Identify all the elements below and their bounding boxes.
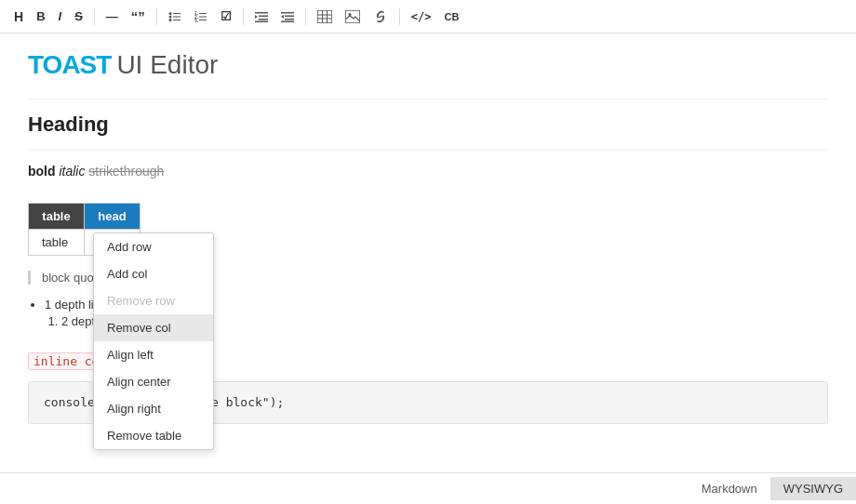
- logo-toast: TOAST: [28, 50, 111, 80]
- italic-btn[interactable]: I: [54, 7, 67, 26]
- codeblock-btn[interactable]: CB: [440, 8, 464, 25]
- svg-text:3.: 3.: [194, 18, 199, 23]
- ctx-remove-table[interactable]: Remove table: [94, 422, 213, 449]
- svg-rect-11: [199, 20, 207, 20]
- image-btn[interactable]: [341, 7, 365, 26]
- ctx-remove-col[interactable]: Remove col: [94, 314, 213, 341]
- outdent-btn[interactable]: [276, 7, 299, 26]
- logo-subtitle: UI Editor: [116, 50, 218, 80]
- svg-marker-16: [255, 15, 258, 19]
- svg-rect-13: [259, 15, 268, 17]
- ctx-remove-row: Remove row: [94, 287, 213, 314]
- svg-rect-5: [173, 20, 181, 20]
- italic-text: italic: [59, 164, 85, 179]
- bottom-bar: Markdown WYSIWYG: [0, 472, 856, 504]
- svg-line-29: [379, 16, 382, 18]
- link-btn[interactable]: [368, 7, 393, 26]
- svg-rect-14: [259, 19, 268, 20]
- context-menu: Add row Add col Remove row Remove col Al…: [93, 232, 214, 450]
- table-header-2[interactable]: head: [85, 204, 140, 230]
- bold-text: bold: [28, 164, 56, 179]
- separator-2: [28, 150, 828, 151]
- ctx-align-center[interactable]: Align center: [94, 368, 213, 395]
- heading-text: Heading: [28, 113, 828, 137]
- svg-point-4: [168, 19, 171, 21]
- separator-1: [28, 99, 828, 99]
- divider-3: [243, 8, 244, 25]
- table-cell-1[interactable]: table: [29, 230, 85, 256]
- svg-rect-1: [173, 13, 181, 14]
- svg-rect-12: [255, 12, 268, 14]
- bold-btn[interactable]: B: [32, 7, 49, 26]
- task-btn[interactable]: ☑: [216, 7, 236, 26]
- divider-2: [156, 8, 157, 25]
- svg-rect-7: [199, 13, 207, 14]
- code-btn[interactable]: </>: [407, 7, 436, 26]
- svg-marker-21: [281, 15, 284, 19]
- indent-btn[interactable]: [250, 7, 273, 26]
- table-wrapper: table head table body Add row Add col Re…: [28, 203, 140, 256]
- svg-rect-19: [285, 19, 294, 20]
- divider-4: [305, 8, 306, 25]
- table-btn[interactable]: [313, 7, 337, 26]
- toolbar: H B I S — “” 1.2.3. ☑ </> CB: [0, 0, 856, 33]
- ctx-add-col[interactable]: Add col: [94, 260, 213, 287]
- editor-area: TOAST UI Editor Heading bold italic stri…: [0, 33, 856, 474]
- svg-rect-17: [281, 12, 294, 14]
- table-header-1[interactable]: table: [29, 204, 85, 230]
- svg-rect-15: [255, 20, 268, 22]
- text-styles: bold italic strikethrough: [28, 164, 828, 179]
- quote-btn[interactable]: “”: [127, 6, 150, 27]
- markdown-btn[interactable]: Markdown: [689, 477, 770, 500]
- svg-rect-20: [281, 20, 294, 22]
- ctx-add-row[interactable]: Add row: [94, 233, 213, 260]
- logo-area: TOAST UI Editor: [28, 50, 828, 80]
- svg-rect-18: [285, 15, 294, 17]
- strike-btn[interactable]: S: [70, 7, 87, 26]
- svg-rect-9: [199, 16, 207, 17]
- ctx-align-right[interactable]: Align right: [94, 395, 213, 422]
- ul-btn[interactable]: [164, 7, 186, 26]
- strike-text: strikethrough: [88, 164, 164, 179]
- svg-rect-22: [317, 10, 332, 23]
- divider-5: [399, 8, 400, 25]
- svg-rect-3: [173, 16, 181, 17]
- heading-btn[interactable]: H: [9, 7, 28, 27]
- ol-btn[interactable]: 1.2.3.: [190, 7, 212, 26]
- ctx-align-left[interactable]: Align left: [94, 341, 213, 368]
- svg-rect-27: [345, 10, 360, 23]
- wysiwyg-btn[interactable]: WYSIWYG: [770, 477, 856, 500]
- svg-point-2: [168, 15, 171, 18]
- svg-point-0: [168, 12, 171, 15]
- hr-btn[interactable]: —: [101, 7, 123, 26]
- divider-1: [94, 8, 95, 25]
